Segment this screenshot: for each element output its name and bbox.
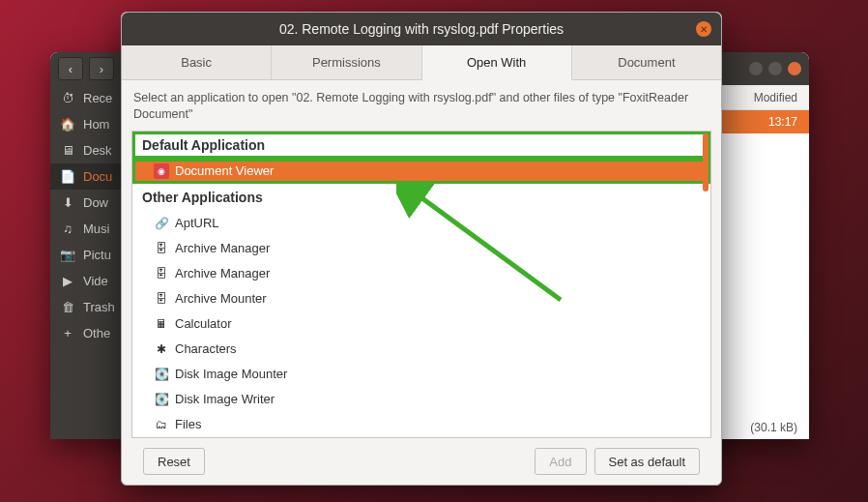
dialog-titlebar: 02. Remote Logging with rsyslog.pdf Prop…	[122, 13, 721, 45]
dialog-title: 02. Remote Logging with rsyslog.pdf Prop…	[279, 21, 564, 37]
archive-icon: 🗄	[154, 241, 169, 256]
sidebar-icon: 🗑	[60, 300, 75, 314]
properties-dialog: 02. Remote Logging with rsyslog.pdf Prop…	[121, 12, 722, 486]
app-row-label: Archive Manager	[175, 241, 270, 255]
selection-size: (30.1 kB)	[750, 421, 797, 434]
tab-permissions[interactable]: Permissions	[272, 45, 421, 79]
file-row-time: 13:17	[768, 115, 797, 129]
app-row-disk-image-mounter[interactable]: 💽Disk Image Mounter	[132, 362, 710, 387]
app-row-archive-mounter[interactable]: 🗄Archive Mounter	[132, 286, 710, 311]
add-button[interactable]: Add	[535, 448, 586, 475]
disk-icon: 💽	[154, 392, 169, 407]
sidebar-icon: +	[60, 326, 75, 340]
disk-icon: 💽	[154, 367, 169, 382]
dialog-button-bar: Reset Add Set as default	[131, 438, 711, 485]
sidebar-icon: 🏠	[60, 117, 75, 132]
app-row-disk-image-writer[interactable]: 💽Disk Image Writer	[132, 387, 710, 412]
window-maximize-button[interactable]	[768, 62, 782, 75]
tab-open-with[interactable]: Open With	[422, 45, 572, 80]
tab-basic[interactable]: Basic	[122, 45, 272, 79]
tab-document[interactable]: Document	[572, 45, 721, 79]
application-list[interactable]: Default Application ◉ Document Viewer Ot…	[131, 131, 711, 438]
archive-icon: 🗄	[154, 266, 169, 281]
dialog-description: Select an application to open "02. Remot…	[131, 86, 711, 131]
characters-icon: ✱	[154, 341, 169, 357]
app-row-label: Calculator	[175, 316, 232, 331]
sidebar-item-label: Pictu	[83, 248, 111, 262]
app-row-label: Archive Mounter	[175, 291, 267, 306]
app-row-label: Files	[175, 417, 201, 431]
sidebar-icon: ▶	[60, 274, 75, 288]
app-row-calculator[interactable]: 🖩Calculator	[132, 311, 710, 337]
app-row-label: Document Viewer	[175, 163, 274, 178]
sidebar-item-label: Hom	[83, 117, 109, 132]
calculator-icon: 🖩	[154, 316, 169, 332]
sidebar-icon: ♫	[60, 221, 75, 236]
app-row-archive-manager[interactable]: 🗄Archive Manager	[132, 236, 710, 261]
sidebar-item-label: Desk	[83, 143, 112, 158]
set-default-button[interactable]: Set as default	[594, 448, 701, 475]
app-row-label: AptURL	[175, 216, 219, 230]
apturl-icon: 🔗	[154, 216, 169, 231]
sidebar-item-label: Rece	[83, 91, 112, 105]
sidebar-icon: 📄	[60, 169, 75, 184]
sidebar-icon: 🖥	[60, 143, 75, 158]
sidebar-item-label: Othe	[83, 326, 110, 340]
other-apps-heading: Other Applications	[132, 184, 710, 211]
reset-button[interactable]: Reset	[143, 448, 205, 475]
app-row-archive-manager[interactable]: 🗄Archive Manager	[132, 261, 710, 286]
sidebar-item-label: Dow	[83, 195, 108, 210]
status-bar: (30.1 kB)	[738, 416, 809, 439]
sidebar-icon: ⏱	[60, 91, 75, 105]
files-icon: 🗂	[154, 417, 169, 432]
app-row-label: Disk Image Mounter	[175, 367, 287, 381]
column-modified: Modified	[754, 91, 797, 104]
app-row-document-viewer[interactable]: ◉ Document Viewer	[132, 159, 710, 184]
window-close-button[interactable]	[788, 62, 801, 75]
archive-icon: 🗄	[154, 291, 169, 307]
app-row-label: Archive Manager	[175, 266, 270, 281]
dialog-close-button[interactable]: ✕	[696, 21, 711, 37]
app-row-label: Disk Image Writer	[175, 392, 275, 406]
sidebar-item-label: Docu	[83, 169, 112, 184]
doc-viewer-icon: ◉	[154, 163, 169, 179]
sidebar-item-label: Musi	[83, 221, 109, 236]
nav-forward-button[interactable]: ›	[89, 57, 114, 80]
scrollbar-thumb[interactable]	[703, 133, 709, 192]
dialog-tabs: BasicPermissionsOpen WithDocument	[122, 45, 721, 80]
close-icon: ✕	[700, 24, 708, 35]
app-row-label: Characters	[175, 341, 237, 356]
app-row-characters[interactable]: ✱Characters	[132, 337, 710, 362]
window-minimize-button[interactable]	[749, 62, 763, 75]
sidebar-icon: 📷	[60, 248, 75, 262]
default-app-heading: Default Application	[132, 132, 710, 159]
nav-back-button[interactable]: ‹	[58, 57, 83, 80]
sidebar-item-label: Trash	[83, 300, 115, 314]
app-row-apturl[interactable]: 🔗AptURL	[132, 211, 710, 236]
sidebar-item-label: Vide	[83, 274, 108, 288]
sidebar-icon: ⬇	[60, 195, 75, 210]
app-row-files[interactable]: 🗂Files	[132, 412, 710, 437]
